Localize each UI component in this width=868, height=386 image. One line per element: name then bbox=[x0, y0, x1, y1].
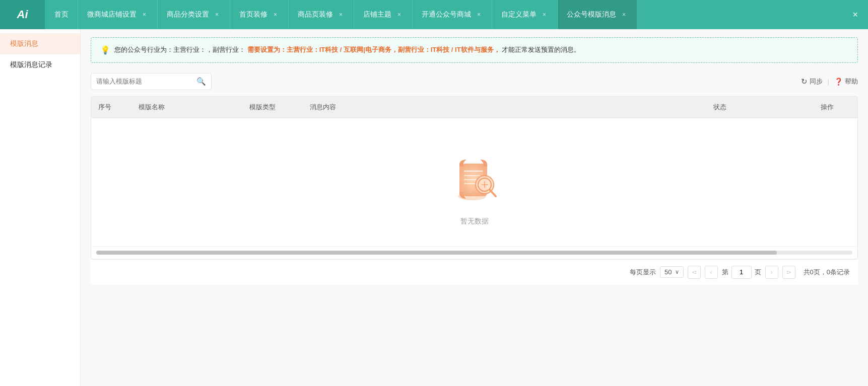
nav-tab-wsc-shop[interactable]: 微商城店铺设置× bbox=[78, 0, 158, 29]
nav-tab-custom-menu[interactable]: 自定义菜单× bbox=[492, 0, 558, 29]
main-content: 💡 您的公众号行业为：主营行业：，副营行业： 需要设置为：主营行业：IT科技 /… bbox=[81, 29, 868, 386]
close-tab-wsc-shop[interactable]: × bbox=[141, 10, 148, 19]
close-tab-custom-menu[interactable]: × bbox=[541, 10, 548, 19]
col-type: 模版类型 bbox=[242, 97, 303, 118]
toolbar-right: ↻ 同步 | ❓ 帮助 bbox=[801, 77, 858, 86]
col-name: 模版名称 bbox=[131, 97, 242, 118]
close-tab-shop-theme[interactable]: × bbox=[395, 10, 403, 19]
total-records: 共0页，0条记录 bbox=[804, 268, 850, 277]
first-page-button[interactable]: ⊲ bbox=[688, 266, 701, 279]
empty-illustration bbox=[444, 148, 505, 209]
svg-line-8 bbox=[490, 190, 496, 196]
close-tab-home-decor[interactable]: × bbox=[272, 10, 279, 19]
nav-tab-home[interactable]: 首页 bbox=[45, 0, 78, 29]
search-input[interactable] bbox=[96, 78, 196, 85]
data-table: 序号 模版名称 模版类型 消息内容 状态 操作 bbox=[91, 96, 858, 259]
col-action: 操作 bbox=[797, 97, 857, 118]
sidebar-item-template-msg-record[interactable]: 模版消息记录 bbox=[0, 54, 80, 75]
page-input-wrap: 第 页 bbox=[722, 266, 761, 279]
scrollbar-thumb[interactable] bbox=[96, 251, 777, 255]
top-navigation: Ai 首页微商城店铺设置×商品分类设置×首页装修×商品页装修×店铺主题×开通公众… bbox=[0, 0, 868, 29]
nav-tab-shop-theme[interactable]: 店铺主题× bbox=[354, 0, 413, 29]
search-icon[interactable]: 🔍 bbox=[196, 77, 206, 86]
page-unit: 页 bbox=[755, 268, 761, 277]
page-number-input[interactable] bbox=[731, 266, 752, 279]
per-page-label: 每页显示 bbox=[630, 268, 656, 277]
last-page-button[interactable]: ⊳ bbox=[782, 266, 795, 279]
close-tab-template-msg[interactable]: × bbox=[620, 10, 628, 19]
notice-box: 💡 您的公众号行业为：主营行业：，副营行业： 需要设置为：主营行业：IT科技 /… bbox=[91, 37, 858, 63]
nav-tab-template-msg[interactable]: 公众号模版消息× bbox=[558, 0, 637, 29]
col-status: 状态 bbox=[706, 97, 797, 118]
per-page-value: 50 bbox=[664, 268, 672, 276]
close-tab-product-decor[interactable]: × bbox=[337, 10, 345, 19]
sidebar: 模版消息模版消息记录 bbox=[0, 29, 81, 386]
notice-text: 您的公众号行业为：主营行业：，副营行业： 需要设置为：主营行业：IT科技 / 互… bbox=[114, 45, 580, 55]
nav-tab-home-decor[interactable]: 首页装修× bbox=[230, 0, 289, 29]
col-content: 消息内容 bbox=[303, 97, 706, 118]
main-layout: 模版消息模版消息记录 💡 您的公众号行业为：主营行业：，副营行业： 需要设置为：… bbox=[0, 29, 868, 386]
empty-text: 暂无数据 bbox=[460, 217, 489, 226]
col-seq: 序号 bbox=[91, 97, 131, 118]
sync-icon: ↻ bbox=[801, 77, 808, 86]
horizontal-scrollbar[interactable] bbox=[91, 246, 857, 259]
prev-page-button[interactable]: ‹ bbox=[705, 266, 718, 279]
nav-tab-product-category[interactable]: 商品分类设置× bbox=[158, 0, 230, 29]
close-tab-open-wechat-mall[interactable]: × bbox=[475, 10, 483, 19]
empty-state: 暂无数据 bbox=[91, 118, 857, 246]
per-page-select[interactable]: 50 ∨ bbox=[660, 266, 683, 278]
sync-button[interactable]: ↻ 同步 bbox=[801, 77, 823, 86]
close-all-button[interactable]: × bbox=[842, 0, 868, 29]
next-page-button[interactable]: › bbox=[765, 266, 778, 279]
close-tab-product-category[interactable]: × bbox=[213, 10, 221, 19]
app-logo: Ai bbox=[0, 0, 45, 29]
chevron-down-icon: ∨ bbox=[675, 269, 679, 275]
nav-tab-product-decor[interactable]: 商品页装修× bbox=[289, 0, 354, 29]
nav-tab-open-wechat-mall[interactable]: 开通公众号商城× bbox=[413, 0, 492, 29]
page-label: 第 bbox=[722, 268, 728, 277]
table-header: 序号 模版名称 模版类型 消息内容 状态 操作 bbox=[91, 97, 857, 118]
search-box[interactable]: 🔍 bbox=[91, 73, 212, 90]
scrollbar-track bbox=[96, 251, 852, 255]
pagination: 每页显示 50 ∨ ⊲ ‹ 第 页 › ⊳ 共0页，0条记录 bbox=[91, 259, 858, 285]
help-button[interactable]: ❓ 帮助 bbox=[834, 77, 858, 86]
toolbar: 🔍 ↻ 同步 | ❓ 帮助 bbox=[91, 73, 858, 90]
lightbulb-icon: 💡 bbox=[100, 45, 110, 55]
help-icon: ❓ bbox=[834, 78, 843, 86]
sidebar-item-template-msg[interactable]: 模版消息 bbox=[0, 33, 80, 54]
